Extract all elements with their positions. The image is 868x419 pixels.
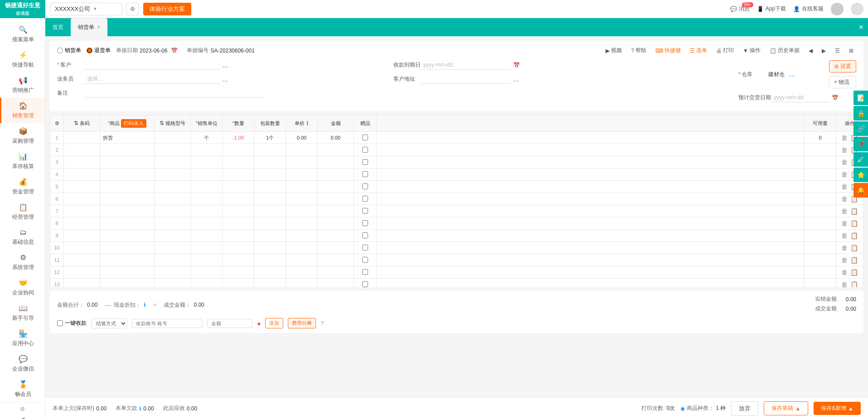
th-pack[interactable]: 包装数量 (254, 116, 286, 132)
cell-product[interactable] (100, 144, 155, 156)
cell-barcode[interactable] (64, 156, 100, 169)
avatar[interactable] (831, 3, 844, 15)
cell-barcode[interactable] (64, 242, 100, 254)
cell-pack[interactable] (254, 254, 286, 266)
th-gift[interactable]: 赠品 (354, 116, 377, 132)
sidebar-item-operations[interactable]: 📋 经营管理 (0, 199, 45, 225)
receipt-calendar-icon[interactable]: 📅 (511, 62, 522, 68)
salesperson-more-icon[interactable]: ... (220, 75, 230, 83)
messages-button[interactable]: 💬 消息 99+ (730, 5, 750, 13)
cell-spec[interactable] (155, 169, 191, 181)
cell-price[interactable] (286, 205, 318, 217)
delete-icon[interactable]: 🗑 (841, 269, 848, 276)
cell-qty[interactable] (223, 205, 254, 217)
sidebar-item-weixin[interactable]: 💬 企业微信 (0, 351, 45, 376)
delete-icon[interactable]: 🗑 (841, 207, 848, 215)
logistics-button[interactable]: + 物流 (829, 76, 856, 88)
cell-amount[interactable] (318, 156, 354, 169)
cell-qty[interactable] (223, 217, 254, 230)
sidebar-item-sales[interactable]: 🏠 销售管理 (0, 98, 45, 123)
cell-product[interactable] (100, 193, 155, 205)
float-btn-7[interactable]: 🔔 (853, 183, 868, 197)
th-price[interactable]: 单价 ℹ (286, 116, 318, 132)
cell-remark[interactable] (377, 266, 805, 279)
cell-qty[interactable] (223, 279, 254, 288)
cell-qty[interactable] (223, 193, 254, 205)
cell-product[interactable] (100, 169, 155, 181)
cell-unit[interactable] (191, 217, 223, 230)
select-order-button[interactable]: ☰ 选单 (687, 45, 710, 56)
window-close-icon[interactable]: × (858, 23, 863, 32)
cell-amount[interactable] (318, 279, 354, 288)
cell-remark[interactable] (377, 279, 805, 288)
cell-amount[interactable] (318, 205, 354, 217)
cell-unit[interactable] (191, 144, 223, 156)
warehouse-more-icon[interactable]: ... (787, 70, 797, 78)
cell-barcode[interactable] (64, 132, 100, 144)
gift-checkbox[interactable] (362, 245, 368, 250)
cell-gift[interactable] (354, 205, 377, 217)
cell-remark[interactable] (377, 254, 805, 266)
gift-checkbox[interactable] (362, 183, 368, 189)
cell-unit[interactable] (191, 279, 223, 288)
operate-button[interactable]: ▼ 操作 (740, 45, 763, 56)
cell-remark[interactable] (377, 193, 805, 205)
add-payment-button[interactable]: 添加 (265, 318, 283, 328)
cell-amount[interactable] (318, 193, 354, 205)
th-product[interactable]: *商品 扫码录入 (100, 116, 155, 132)
sidebar-item-base[interactable]: 🗂 基础信息 (0, 225, 45, 250)
address-more-icon[interactable]: ... (511, 75, 521, 83)
cell-qty[interactable] (223, 156, 254, 169)
cell-pack[interactable] (254, 169, 286, 181)
sidebar-item-appstore[interactable]: 🏪 应用中心 (0, 326, 45, 351)
cell-price[interactable] (286, 230, 318, 242)
delivery-date-input[interactable] (771, 93, 830, 102)
cell-spec[interactable] (155, 266, 191, 279)
product-type-radio-icon[interactable]: ◉ (680, 405, 685, 412)
delete-icon[interactable]: 🗑 (841, 171, 848, 178)
delete-icon[interactable]: 🗑 (841, 183, 848, 190)
cell-amount[interactable] (318, 181, 354, 193)
delete-icon[interactable]: 🗑 (841, 195, 848, 202)
th-settings[interactable]: ⚙ (50, 116, 64, 132)
discount-info-icon[interactable]: ℹ (144, 302, 146, 308)
receipt-date-input[interactable] (421, 60, 511, 70)
th-spec[interactable]: ⇅ 规格型号 (155, 116, 191, 132)
th-amount[interactable]: 金额 (318, 116, 354, 132)
cell-remark[interactable] (377, 242, 805, 254)
cell-qty[interactable] (223, 242, 254, 254)
settings-icon[interactable]: ⚙ (126, 3, 139, 15)
payment-amount-input[interactable] (207, 319, 252, 328)
cell-barcode[interactable] (64, 193, 100, 205)
company-selector[interactable]: XXXXXX公司 ▼ (50, 3, 122, 15)
cell-qty[interactable] (223, 254, 254, 266)
cell-gift[interactable] (354, 156, 377, 169)
float-btn-6[interactable]: ⭐ (853, 168, 868, 182)
cell-remark[interactable] (377, 217, 805, 230)
view-toggle-grid[interactable]: ⊞ (846, 46, 856, 55)
delete-icon[interactable]: 🗑 (841, 281, 848, 287)
cell-qty[interactable] (223, 169, 254, 181)
delete-icon[interactable]: 🗑 (841, 134, 848, 141)
sidebar-item-system[interactable]: ⚙ 系统管理 (0, 250, 45, 275)
notes-input[interactable] (84, 88, 266, 98)
cell-gift[interactable] (354, 193, 377, 205)
cell-pack[interactable] (254, 181, 286, 193)
cell-unit[interactable] (191, 242, 223, 254)
cell-product[interactable] (100, 205, 155, 217)
cell-price[interactable] (286, 181, 318, 193)
cell-pack[interactable] (254, 266, 286, 279)
tab-close-icon[interactable]: × (97, 24, 100, 30)
bill-owe2-info-icon[interactable]: ℹ (139, 405, 141, 412)
cell-qty[interactable] (223, 230, 254, 242)
expense-help-icon[interactable]: ? (320, 320, 324, 327)
date-picker-icon[interactable]: 📅 (169, 48, 179, 54)
cell-remark[interactable] (377, 144, 805, 156)
th-unit[interactable]: *销售单位 (191, 116, 223, 132)
cell-gift[interactable] (354, 132, 377, 144)
cell-amount[interactable] (318, 217, 354, 230)
cell-barcode[interactable] (64, 279, 100, 288)
cell-price[interactable] (286, 242, 318, 254)
cell-barcode[interactable] (64, 144, 100, 156)
cell-spec[interactable] (155, 254, 191, 266)
